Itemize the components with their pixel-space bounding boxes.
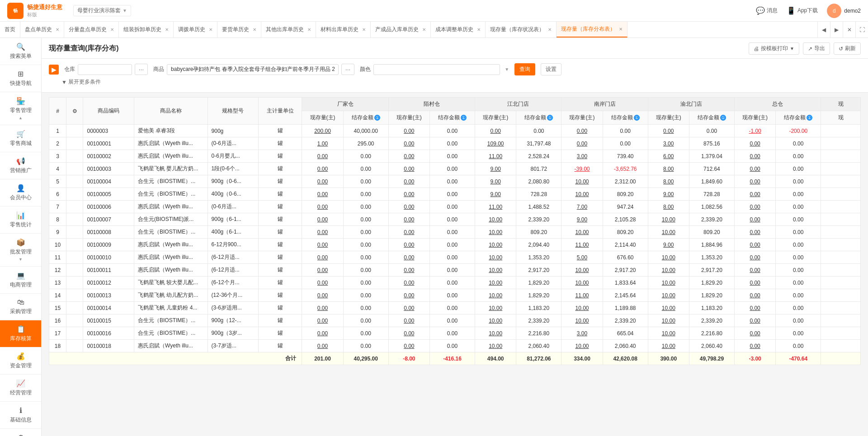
- row-nanan-qty[interactable]: 0.00: [561, 137, 603, 150]
- row-jiangbei-qty[interactable]: 10.00: [475, 226, 516, 239]
- row-mucun-qty[interactable]: 0.00: [388, 226, 429, 239]
- row-yubei-qty[interactable]: 8.00: [648, 163, 689, 175]
- row-nanan-qty[interactable]: 3.00: [561, 327, 603, 340]
- row-total-qty[interactable]: 0.00: [734, 137, 775, 150]
- close-icon[interactable]: ✕: [165, 27, 169, 32]
- row-nanan-qty[interactable]: 10.00: [561, 175, 603, 188]
- tab-qtccdh[interactable]: 其他出库单历史 ✕: [261, 22, 316, 38]
- row-changjia-qty[interactable]: 0.00: [302, 302, 343, 314]
- row-yubei-qty[interactable]: 10.00: [648, 277, 689, 289]
- row-jiangbei-qty[interactable]: 10.00: [475, 314, 516, 327]
- row-nanan-qty[interactable]: 10.00: [561, 188, 603, 201]
- color-input[interactable]: [373, 64, 500, 75]
- row-jiangbei-qty[interactable]: 9.00: [475, 175, 516, 188]
- row-mucun-qty[interactable]: 0.00: [388, 213, 429, 226]
- sidebar-item-member[interactable]: 👤 会员中心: [0, 179, 41, 206]
- row-total-qty[interactable]: 0.00: [734, 289, 775, 302]
- row-yubei-qty[interactable]: 10.00: [648, 302, 689, 314]
- tab-dpph[interactable]: 调拨单历史 ✕: [174, 22, 217, 38]
- yubei-amt-info[interactable]: ①: [720, 115, 726, 121]
- row-nanan-qty[interactable]: 10.00: [561, 264, 603, 277]
- row-total-qty[interactable]: 0.00: [734, 226, 775, 239]
- sidebar-item-ecom[interactable]: 💻 电商管理: [0, 267, 41, 294]
- tab-zcch[interactable]: 组装拆卸单历史 ✕: [119, 22, 174, 38]
- row-jiangbei-qty[interactable]: 9.00: [475, 163, 516, 175]
- export-btn[interactable]: ↗ 导出: [803, 42, 830, 55]
- row-total-qty[interactable]: 0.00: [734, 188, 775, 201]
- row-jiangbei-qty[interactable]: 10.00: [475, 302, 516, 314]
- row-yubei-qty[interactable]: 10.00: [648, 314, 689, 327]
- row-total-qty[interactable]: 0.00: [734, 201, 775, 213]
- close-icon[interactable]: ✕: [307, 27, 311, 32]
- row-mucun-qty[interactable]: 0.00: [388, 277, 429, 289]
- row-mucun-qty[interactable]: 0.00: [388, 289, 429, 302]
- sidebar-item-mkt[interactable]: 📢 营销推广: [0, 152, 41, 179]
- warehouse-input[interactable]: [78, 64, 132, 75]
- row-changjia-qty[interactable]: 0.00: [302, 340, 343, 352]
- mucun-amt-info[interactable]: ①: [461, 115, 467, 121]
- row-changjia-qty[interactable]: 200.00: [302, 125, 343, 137]
- row-nanan-qty[interactable]: 11.00: [561, 239, 603, 251]
- nav-fullscreen-btn[interactable]: ⛶: [855, 22, 868, 38]
- row-nanan-qty[interactable]: 10.00: [561, 226, 603, 239]
- row-total-qty[interactable]: 0.00: [734, 340, 775, 352]
- sidebar-item-basic[interactable]: ℹ 基础信息: [0, 402, 41, 429]
- tab-clccdh[interactable]: 材料出库单历史 ✕: [316, 22, 371, 38]
- row-mucun-qty[interactable]: 0.00: [388, 163, 429, 175]
- nav-close-all-btn[interactable]: ✕: [843, 22, 855, 38]
- jiangbei-amt-info[interactable]: ①: [547, 115, 553, 121]
- row-mucun-qty[interactable]: 0.00: [388, 340, 429, 352]
- close-icon[interactable]: ✕: [619, 27, 623, 32]
- row-changjia-qty[interactable]: 0.00: [302, 314, 343, 327]
- close-icon[interactable]: ✕: [422, 27, 426, 32]
- row-jiangbei-qty[interactable]: 10.00: [475, 239, 516, 251]
- row-changjia-qty[interactable]: 0.00: [302, 163, 343, 175]
- tab-xczl[interactable]: 现存量（库存状况表） ✕: [486, 22, 557, 38]
- row-mucun-qty[interactable]: 0.00: [388, 302, 429, 314]
- row-mucun-qty[interactable]: 0.00: [388, 327, 429, 340]
- row-nanan-qty[interactable]: -39.00: [561, 163, 603, 175]
- product-input[interactable]: [167, 64, 339, 75]
- row-nanan-qty[interactable]: 5.00: [561, 251, 603, 264]
- row-nanan-qty[interactable]: 10.00: [561, 302, 603, 314]
- sidebar-item-retail-stat[interactable]: 📊 零售统计: [0, 206, 41, 234]
- sidebar-item-search[interactable]: 🔍 搜索英单: [0, 38, 41, 65]
- refresh-btn[interactable]: ↺ 刷新: [834, 42, 861, 55]
- row-yubei-qty[interactable]: 0.00: [648, 125, 689, 137]
- row-yubei-qty[interactable]: 3.00: [648, 137, 689, 150]
- close-icon[interactable]: ✕: [362, 27, 366, 32]
- total-amt-info[interactable]: ①: [807, 115, 812, 121]
- row-total-qty[interactable]: 0.00: [734, 163, 775, 175]
- row-total-qty[interactable]: 0.00: [734, 175, 775, 188]
- close-icon[interactable]: ✕: [56, 27, 59, 32]
- warehouse-pick-btn[interactable]: ···: [135, 64, 148, 75]
- row-mucun-qty[interactable]: 0.00: [388, 264, 429, 277]
- row-mucun-qty[interactable]: 0.00: [388, 314, 429, 327]
- row-nanan-qty[interactable]: 10.00: [561, 340, 603, 352]
- row-jiangbei-qty[interactable]: 11.00: [475, 201, 516, 213]
- message-btn[interactable]: 💬 消息: [756, 6, 778, 15]
- row-mucun-qty[interactable]: 0.00: [388, 251, 429, 264]
- industry-selector[interactable]: 母婴行业演示陈套 ▼: [73, 5, 131, 16]
- row-changjia-qty[interactable]: 0.00: [302, 226, 343, 239]
- row-jiangbei-qty[interactable]: 10.00: [475, 277, 516, 289]
- tab-home[interactable]: 首页: [0, 22, 20, 38]
- row-mucun-qty[interactable]: 0.00: [388, 201, 429, 213]
- changjia-amt-info[interactable]: ①: [374, 115, 380, 121]
- row-yubei-qty[interactable]: 10.00: [648, 226, 689, 239]
- tab-cprkh[interactable]: 产成品入库单历史 ✕: [371, 22, 431, 38]
- settings-btn[interactable]: 设置: [541, 63, 561, 75]
- row-changjia-qty[interactable]: 0.00: [302, 188, 343, 201]
- tab-pddh[interactable]: 盘点单历史 ✕: [20, 22, 64, 38]
- row-changjia-qty[interactable]: 0.00: [302, 213, 343, 226]
- row-nanan-qty[interactable]: 10.00: [561, 277, 603, 289]
- row-yubei-qty[interactable]: 10.00: [648, 213, 689, 226]
- nav-prev-btn[interactable]: ◀: [817, 22, 830, 38]
- toggle-search-btn[interactable]: ▶: [49, 65, 59, 75]
- col-setting-header[interactable]: ⚙: [66, 98, 83, 125]
- row-nanan-qty[interactable]: 11.00: [561, 289, 603, 302]
- row-changjia-qty[interactable]: 0.00: [302, 289, 343, 302]
- row-total-qty[interactable]: 0.00: [734, 314, 775, 327]
- app-download-btn[interactable]: 📱 App下载: [787, 6, 818, 15]
- row-changjia-qty[interactable]: 1.00: [302, 137, 343, 150]
